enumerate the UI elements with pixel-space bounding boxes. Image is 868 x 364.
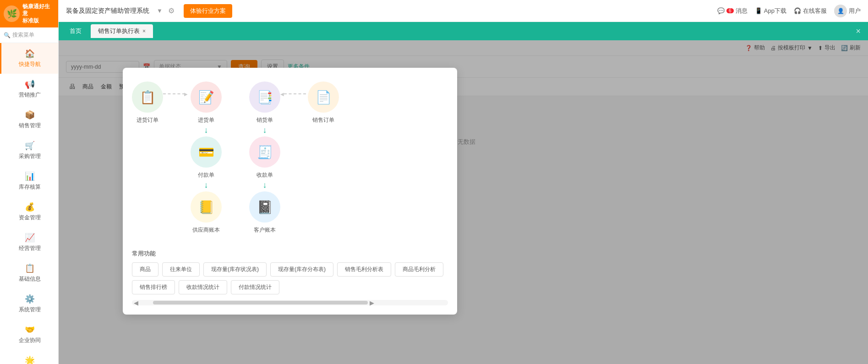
flow-item-payment[interactable]: 💳 付款单 — [191, 136, 222, 179]
basic-info-icon: 📋 — [25, 263, 35, 273]
down-arrow-1: ↓ — [204, 124, 208, 136]
scroll-left-icon[interactable]: ◀ — [132, 299, 140, 306]
sidebar-item-quick-nav[interactable]: 🏠 快捷导航 — [0, 43, 58, 74]
sidebar: 🌿 畅康通好生意 标准版 🔍 搜索菜单 🏠 快捷导航 📢 营销推广 📦 销售管理 — [0, 0, 59, 364]
func-btn-receipt-stats[interactable]: 收款情况统计 — [179, 280, 227, 294]
sidebar-item-purchase[interactable]: 🛒 采购管理 — [0, 135, 58, 166]
func-btn-payment-stats[interactable]: 付款情况统计 — [231, 280, 279, 294]
circle-sales-order[interactable]: 📄 — [308, 81, 339, 113]
enterprise-icon: 🤝 — [25, 325, 35, 335]
func-btn-stock-dist[interactable]: 现存量(库存分布表) — [270, 262, 333, 277]
sidebar-item-basic-info[interactable]: 📋 基础信息 — [0, 258, 58, 288]
common-functions: 常用功能 商品 往来单位 现存量(库存状况表) 现存量(库存分布表) 销售毛利分… — [132, 250, 448, 294]
circle-purchase-order[interactable]: 📋 — [132, 81, 163, 113]
message-item[interactable]: 💬 6 消息 — [717, 7, 748, 15]
sidebar-item-sales[interactable]: 📦 销售管理 — [0, 104, 58, 135]
finance-icon: 💰 — [25, 202, 35, 212]
logo-icon: 🌿 — [4, 5, 20, 22]
user-item[interactable]: 👤 用户 — [834, 5, 861, 17]
flow-item-sales[interactable]: 📑 销货单 — [249, 81, 280, 124]
download-icon: 📱 — [755, 7, 762, 14]
label-purchase-order: 进货订单 — [136, 116, 158, 124]
online-service-item[interactable]: 🎧 在线客服 — [794, 7, 827, 15]
flow-item-customer-ledger[interactable]: 📓 客户账本 — [249, 191, 280, 234]
scroll-thumb[interactable] — [153, 301, 368, 304]
func-btn-product[interactable]: 商品 — [132, 262, 158, 277]
sidebar-item-inventory[interactable]: 📊 库存核算 — [0, 166, 58, 196]
circle-receipt[interactable]: 🧾 — [249, 136, 280, 168]
message-badge: 6 — [726, 8, 734, 13]
tab-bar-end: × — [852, 27, 864, 36]
search-icon: 🔍 — [4, 32, 11, 38]
app-download-item[interactable]: 📱 App下载 — [755, 7, 786, 15]
logo-line1: 畅康通好生意 — [22, 3, 55, 17]
popup-scrollbar[interactable]: ◀ ▶ — [132, 300, 448, 305]
label-receipt: 收款单 — [257, 171, 273, 179]
dropdown-arrow-icon[interactable]: ▼ — [157, 7, 163, 14]
tab-sales-order-label: 销售订单执行表 — [98, 27, 140, 35]
search-label: 搜索菜单 — [12, 31, 34, 39]
tab-home[interactable]: 首页 — [62, 24, 89, 38]
flow-item-supplier-ledger[interactable]: 📒 供应商账本 — [191, 191, 222, 234]
flow-item-purchase-order[interactable]: 📋 进货订单 — [132, 81, 163, 124]
search-bar[interactable]: 🔍 搜索菜单 — [0, 27, 58, 43]
nav-label-inventory: 库存核算 — [19, 183, 41, 191]
popup-overlay[interactable]: 📋 进货订单 📝 — [59, 40, 868, 364]
down-arrow-2: ↓ — [204, 179, 208, 191]
tab-close-icon[interactable]: × — [142, 28, 146, 34]
main-area: 装备及固定资产辅助管理系统 ▼ ⚙ 体验行业方案 💬 6 消息 📱 App下载 … — [59, 0, 868, 364]
func-btn-partners[interactable]: 往来单位 — [162, 262, 200, 277]
func-btn-stock-status[interactable]: 现存量(库存状况表) — [203, 262, 267, 277]
func-btn-sales-ranking[interactable]: 销售排行榜 — [132, 280, 175, 294]
window-close-icon[interactable]: × — [852, 27, 864, 36]
logo-line2: 标准版 — [22, 17, 55, 25]
online-service-label: 在线客服 — [803, 7, 827, 15]
sidebar-item-enterprise[interactable]: 🤝 企业协同 — [0, 319, 58, 350]
label-sales-order: 销售订单 — [312, 116, 334, 124]
sidebar-item-marketing[interactable]: 📢 营销推广 — [0, 74, 58, 104]
func-buttons-row2: 销售排行榜 收款情况统计 付款情况统计 — [132, 280, 448, 294]
supplier-ledger-icon: 📒 — [198, 200, 214, 215]
operations-icon: 📈 — [25, 233, 35, 243]
common-functions-title: 常用功能 — [132, 250, 448, 258]
receipt-icon: 🧾 — [257, 145, 273, 160]
circle-purchase[interactable]: 📝 — [191, 81, 222, 113]
app-download-label: App下载 — [764, 7, 786, 15]
flow-item-receipt[interactable]: 🧾 收款单 — [249, 136, 280, 179]
experience-button[interactable]: 体验行业方案 — [184, 4, 232, 18]
nav-label-system: 系统管理 — [19, 306, 41, 314]
flow-diagram: 📋 进货订单 📝 — [132, 77, 448, 239]
app-container: 🌿 畅康通好生意 标准版 🔍 搜索菜单 🏠 快捷导航 📢 营销推广 📦 销售管理 — [0, 0, 868, 364]
purchase-order-icon: 📋 — [140, 90, 156, 105]
tab-home-label: 首页 — [70, 27, 82, 35]
circle-payment[interactable]: 💳 — [191, 136, 222, 168]
flow-col-purchase: 📝 进货单 ↓ 💳 付款单 ↓ — [191, 81, 222, 234]
scroll-right-icon[interactable]: ▶ — [368, 299, 376, 306]
flow-item-purchase[interactable]: 📝 进货单 — [191, 81, 222, 124]
content-area: ❓ 帮助 🖨 按模板打印 ▼ ⬆ 导出 🔄 刷新 — [59, 40, 868, 364]
func-btn-product-margin[interactable]: 商品毛利分析 — [395, 262, 443, 277]
message-label: 消息 — [736, 7, 748, 15]
payment-icon: 💳 — [198, 145, 214, 160]
sidebar-item-newbie[interactable]: 🌟 新手引导 — [0, 350, 58, 364]
flow-item-sales-order[interactable]: 📄 销售订单 — [308, 81, 339, 124]
nav-label-basic-info: 基础信息 — [19, 275, 41, 283]
circle-customer-ledger[interactable]: 📓 — [249, 191, 280, 223]
label-purchase: 进货单 — [198, 116, 214, 124]
system-icon: ⚙️ — [25, 294, 35, 304]
tab-sales-order[interactable]: 销售订单执行表 × — [91, 24, 153, 38]
circle-supplier-ledger[interactable]: 📒 — [191, 191, 222, 223]
label-payment: 付款单 — [198, 171, 214, 179]
message-icon: 💬 — [717, 7, 725, 14]
circle-sales[interactable]: 📑 — [249, 81, 280, 113]
gear-icon[interactable]: ⚙ — [168, 6, 175, 15]
sidebar-item-finance[interactable]: 💰 资金管理 — [0, 196, 58, 227]
topbar-right: 💬 6 消息 📱 App下载 🎧 在线客服 👤 用户 — [717, 5, 861, 17]
func-btn-sales-margin[interactable]: 销售毛利分析表 — [337, 262, 391, 277]
nav-label-operations: 经营管理 — [19, 244, 41, 252]
inventory-icon: 📊 — [25, 171, 35, 181]
quick-guide-popup: 📋 进货订单 📝 — [123, 68, 457, 315]
sales-order-icon: 📄 — [316, 90, 332, 105]
sidebar-item-operations[interactable]: 📈 经营管理 — [0, 227, 58, 258]
sidebar-item-system[interactable]: ⚙️ 系统管理 — [0, 288, 58, 319]
